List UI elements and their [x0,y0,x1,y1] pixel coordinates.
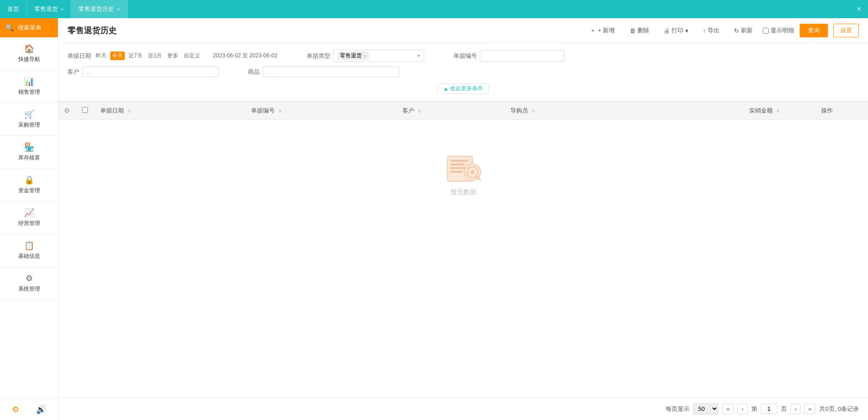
svg-rect-1 [450,160,468,162]
customer-select[interactable]: ... [82,67,219,77]
select-all-checkbox[interactable] [82,107,88,113]
purchase-icon: 🛒 [24,109,34,119]
guide-sort-icon: ⇅ [532,109,535,113]
last-page-button[interactable]: » [804,404,816,414]
th-amount[interactable]: 实销金额 ⇅ [635,102,786,120]
sidebar-bottom: ⚙ 🔊 [0,399,58,420]
doc-date-sort-icon: ⇅ [128,109,131,113]
page-label: 页 [781,405,787,413]
export-button[interactable]: ↑ 导出 [699,24,724,37]
th-doc-date[interactable]: 单据日期 ⇅ [95,102,246,120]
content-area: 零售退货历史 ＋ + 新增 🗑 删除 🖨 打印 ▾ ↑ 导出 [58,18,868,420]
date-more[interactable]: 更多 [165,51,180,60]
sales-icon: 📊 [24,77,34,87]
sidebar-item-basic-info[interactable]: 📋 基础信息 [0,234,58,267]
doc-no-label: 单据编号 [453,52,477,60]
th-customer[interactable]: 客户 ⇅ [397,102,505,120]
tab-retail-return-history[interactable]: 零售退货历史 × [71,0,127,18]
date-yesterday[interactable]: 昨天 [94,51,108,60]
print-arrow-icon: ▾ [685,27,688,34]
th-checkbox [77,102,95,120]
customer-filter: 客户 ... [67,67,219,77]
sidebar-item-finance[interactable]: 🔒 资金管理 [0,169,58,201]
date-range-display: 2023-06-02 至 2023-06-02 [213,52,277,60]
customer-label: 客户 [67,68,79,76]
table-header: ⚙ 单据日期 ⇅ 单据编号 ⇅ [58,102,868,120]
doc-no-input[interactable] [480,50,565,61]
tab-retail-return-history-label: 零售退货历史 [78,5,114,13]
th-doc-date-label: 单据日期 [100,107,124,114]
tab-list: 首页 零售退货 × 零售退货历史 × [0,0,850,18]
sidebar-item-sales[interactable]: 📊 销售管理 [0,70,58,103]
table-settings-icon[interactable]: ⚙ [64,107,70,114]
sidebar-item-finance-label: 资金管理 [18,187,40,195]
sidebar-item-purchase[interactable]: 🛒 采购管理 [0,103,58,136]
collapse-button[interactable]: ▲ 收起更多条件 [437,83,489,94]
search-menu-button[interactable]: 🔍 搜索菜单 [0,18,58,37]
print-button[interactable]: 🖨 打印 ▾ [659,24,693,37]
refresh-label: 刷新 [741,26,753,35]
next-page-button[interactable]: › [791,404,801,414]
tab-home[interactable]: 首页 [0,0,27,18]
sidebar: 🔍 搜索菜单 🏠 快捷导航 📊 销售管理 🛒 采购管理 🏪 库存核算 🔒 资金管… [0,18,58,420]
export-label: 导出 [708,26,719,35]
page-input[interactable] [761,404,777,414]
date-1month[interactable]: 近1月 [146,51,164,60]
collapse-row: ▲ 收起更多条件 [67,82,859,97]
settings-bottom-icon[interactable]: ⚙ [12,405,19,415]
page-size-select[interactable]: 20 50 100 [693,403,719,415]
operations-icon: 📈 [24,208,34,218]
date-filter-label: 单据日期 [67,52,91,60]
goods-filter: 商品 ... [248,67,399,77]
print-icon: 🖨 [664,27,670,34]
th-guide[interactable]: 导购员 ⇅ [505,102,634,120]
window-close-button[interactable]: × [850,0,868,18]
tab-retail-return[interactable]: 零售退货 × [27,0,71,18]
header-actions: ＋ + 新增 🗑 删除 🖨 打印 ▾ ↑ 导出 ↻ [586,24,859,37]
th-doc-no[interactable]: 单据编号 ⇅ [246,102,396,120]
setting-button[interactable]: 设置 [833,24,859,37]
date-7days[interactable]: 近7天 [127,51,144,60]
tab-retail-return-history-close[interactable]: × [117,6,119,12]
home-icon: 🏠 [24,44,34,54]
doc-type-remove-icon[interactable]: × [364,53,366,59]
goods-placeholder: ... [267,68,272,75]
delete-icon: 🗑 [630,27,636,34]
sidebar-item-inventory[interactable]: 🏪 库存核算 [0,136,58,169]
empty-state: 暂无数据 [58,120,868,224]
table-body: 暂无数据 [58,120,868,224]
date-today[interactable]: 今天 [110,51,125,60]
svg-rect-3 [450,167,467,169]
sidebar-item-quick-nav[interactable]: 🏠 快捷导航 [0,37,58,70]
goods-select[interactable]: ... [262,67,399,77]
page-header: 零售退货历史 ＋ + 新增 🗑 删除 🖨 打印 ▾ ↑ 导出 [58,18,868,43]
svg-rect-2 [450,164,465,165]
sidebar-item-operations[interactable]: 📈 经营管理 [0,201,58,234]
date-custom[interactable]: 自定义 [182,51,202,60]
doc-type-select[interactable]: 零售退货 × ▾ [333,50,424,62]
collapse-label: 收起更多条件 [450,85,483,92]
print-label: 打印 [672,26,683,35]
amount-sort-icon: ⇅ [776,109,780,113]
add-button[interactable]: ＋ + 新增 [586,24,619,37]
query-button[interactable]: 查询 [800,24,828,37]
sidebar-item-inventory-label: 库存核算 [18,154,40,162]
goods-label: 商品 [248,68,260,76]
system-icon: ⚙ [26,273,33,283]
pagination-bar: 每页显示 20 50 100 « ‹ 第 页 › » 共0页, 0条记录 [58,397,868,420]
th-settings: ⚙ [58,102,77,120]
first-page-button[interactable]: « [722,404,734,414]
customer-sort-icon: ⇅ [418,109,421,113]
tab-retail-return-close[interactable]: × [61,6,63,12]
delete-label: 删除 [637,26,649,35]
delete-button[interactable]: 🗑 删除 [625,24,654,37]
show-detail-checkbox[interactable] [763,28,769,34]
prev-page-button[interactable]: ‹ [737,404,747,414]
refresh-button[interactable]: ↻ 刷新 [729,24,757,37]
sidebar-item-system[interactable]: ⚙ 系统管理 [0,267,58,300]
show-detail-checkbox-label[interactable]: 显示明细 [763,26,794,35]
doc-no-filter: 单据编号 [453,50,565,61]
sidebar-item-purchase-label: 采购管理 [18,121,40,129]
volume-icon[interactable]: 🔊 [36,405,46,415]
th-customer-label: 客户 [402,107,414,114]
